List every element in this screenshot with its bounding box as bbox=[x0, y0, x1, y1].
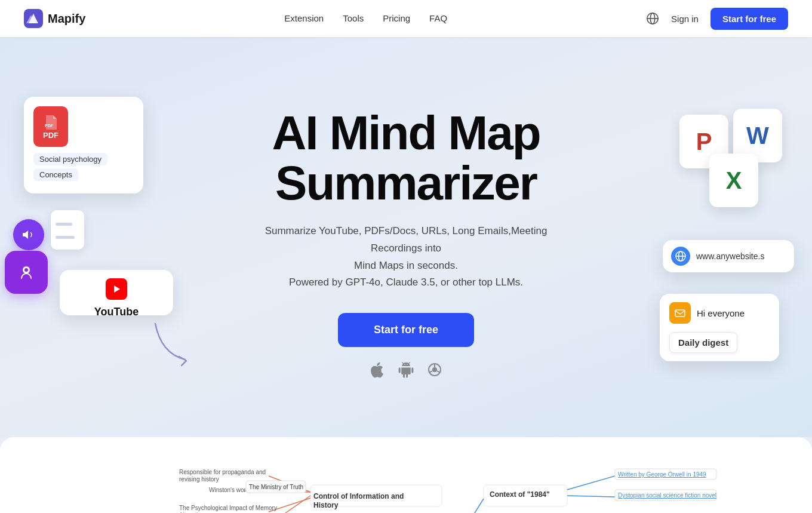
svg-line-45 bbox=[472, 499, 484, 513]
pdf-file-icon: PDF bbox=[42, 114, 59, 131]
nav-right: Sign in Start for free bbox=[646, 8, 788, 30]
mapify-logo-icon bbox=[24, 9, 43, 28]
hero-title-line2: Summarizer bbox=[275, 156, 537, 210]
svg-line-38 bbox=[567, 496, 615, 497]
hero-subtitle-3: Powered by GPT-4o, Claude 3.5, or other … bbox=[289, 277, 523, 288]
svg-text:Responsible for propaganda and: Responsible for propaganda and bbox=[179, 469, 266, 475]
globe-icon[interactable] bbox=[646, 12, 659, 25]
website-globe-icon bbox=[671, 247, 690, 266]
email-icon-wrap bbox=[669, 302, 691, 324]
speaker-svg bbox=[21, 228, 36, 242]
svg-text:The Psychological Impact of Me: The Psychological Impact of Memory bbox=[179, 505, 277, 511]
svg-point-15 bbox=[432, 367, 437, 372]
excel-letter: X bbox=[726, 167, 742, 194]
chrome-icon bbox=[426, 361, 443, 378]
bottom-mindmap-section: Control of Information and History Respo… bbox=[0, 437, 812, 513]
mindmap-svg: Control of Information and History Respo… bbox=[78, 443, 734, 513]
logo[interactable]: Mapify bbox=[24, 9, 85, 28]
nav-extension[interactable]: Extension bbox=[284, 13, 324, 23]
nav-pricing[interactable]: Pricing bbox=[383, 13, 410, 23]
email-hi-text: Hi everyone bbox=[697, 308, 745, 318]
hero-subtitle: Summarize YouTube, PDFs/Docs, URLs, Long… bbox=[239, 223, 573, 292]
youtube-card: YouTube bbox=[60, 270, 173, 315]
website-url-text: www.anywebsite.s bbox=[696, 251, 764, 261]
svg-text:revising history: revising history bbox=[179, 476, 219, 483]
powerpoint-letter: P bbox=[696, 128, 712, 155]
line-bar-2 bbox=[56, 223, 72, 226]
navbar: Mapify Extension Tools Pricing FAQ Sign … bbox=[0, 0, 812, 37]
pdf-tag-social: Social psychology bbox=[33, 153, 107, 165]
globe-svg bbox=[675, 250, 687, 262]
svg-line-18 bbox=[437, 371, 440, 373]
hero-subtitle-2: Mind Maps in seconds. bbox=[354, 260, 458, 271]
hero-subtitle-1: Summarize YouTube, PDFs/Docs, URLs, Long… bbox=[265, 225, 548, 254]
podcast-icon-card bbox=[5, 251, 48, 294]
email-card: Hi everyone Daily digest bbox=[660, 294, 779, 361]
email-digest-pill: Daily digest bbox=[669, 332, 737, 353]
email-top-row: Hi everyone bbox=[669, 302, 745, 324]
svg-marker-9 bbox=[114, 285, 120, 293]
svg-point-8 bbox=[24, 268, 28, 272]
start-free-hero-button[interactable]: Start for free bbox=[338, 313, 474, 347]
apple-icon bbox=[369, 361, 386, 378]
logo-text: Mapify bbox=[48, 12, 85, 26]
svg-text:PDF: PDF bbox=[45, 124, 54, 128]
nav-tools[interactable]: Tools bbox=[343, 13, 364, 23]
website-card: www.anywebsite.s bbox=[663, 240, 794, 272]
svg-rect-13 bbox=[675, 310, 685, 317]
line-bar-4 bbox=[56, 236, 75, 239]
platform-icons bbox=[369, 361, 443, 378]
hero-title-line1: AI Mind Map bbox=[272, 106, 540, 159]
mindmap-preview: Control of Information and History Respo… bbox=[0, 437, 812, 513]
pdf-tag-concepts: Concepts bbox=[33, 168, 78, 181]
pdf-icon-wrap: PDF PDF bbox=[33, 106, 68, 147]
start-free-nav-button[interactable]: Start for free bbox=[710, 8, 788, 30]
svg-point-10 bbox=[676, 251, 685, 261]
office-excel-card: X bbox=[709, 153, 758, 207]
podcast-svg bbox=[16, 262, 37, 283]
nav-faq[interactable]: FAQ bbox=[429, 13, 447, 23]
lines-card bbox=[51, 210, 84, 250]
pdf-card: PDF PDF Social psychology Concepts bbox=[24, 97, 143, 193]
speaker-icon-card bbox=[13, 219, 44, 250]
svg-text:Written by George Orwell in 19: Written by George Orwell in 1949 bbox=[618, 471, 706, 478]
svg-line-37 bbox=[567, 476, 615, 490]
svg-text:Dystopian social science ficti: Dystopian social science fiction novel bbox=[618, 492, 716, 499]
pdf-text: PDF bbox=[43, 131, 59, 140]
youtube-play-icon bbox=[106, 278, 127, 300]
android-icon bbox=[398, 361, 414, 378]
svg-text:Control of Information and: Control of Information and bbox=[313, 492, 404, 500]
signin-link[interactable]: Sign in bbox=[671, 14, 699, 24]
curved-arrow-svg bbox=[149, 318, 197, 371]
svg-text:The Ministry of Truth: The Ministry of Truth bbox=[249, 484, 303, 490]
svg-line-17 bbox=[429, 371, 432, 373]
youtube-label: YouTube bbox=[94, 306, 139, 318]
arrow-decoration bbox=[149, 318, 197, 374]
svg-text:Context of "1984": Context of "1984" bbox=[490, 490, 550, 499]
play-triangle bbox=[112, 284, 121, 294]
email-envelope-icon bbox=[674, 307, 686, 319]
nav-links: Extension Tools Pricing FAQ bbox=[284, 13, 447, 24]
hero-section: PDF PDF Social psychology Concepts bbox=[0, 37, 812, 437]
svg-text:History: History bbox=[313, 501, 339, 509]
word-letter: W bbox=[746, 122, 769, 149]
hero-title: AI Mind Map Summarizer bbox=[272, 108, 540, 208]
svg-point-11 bbox=[679, 251, 683, 261]
